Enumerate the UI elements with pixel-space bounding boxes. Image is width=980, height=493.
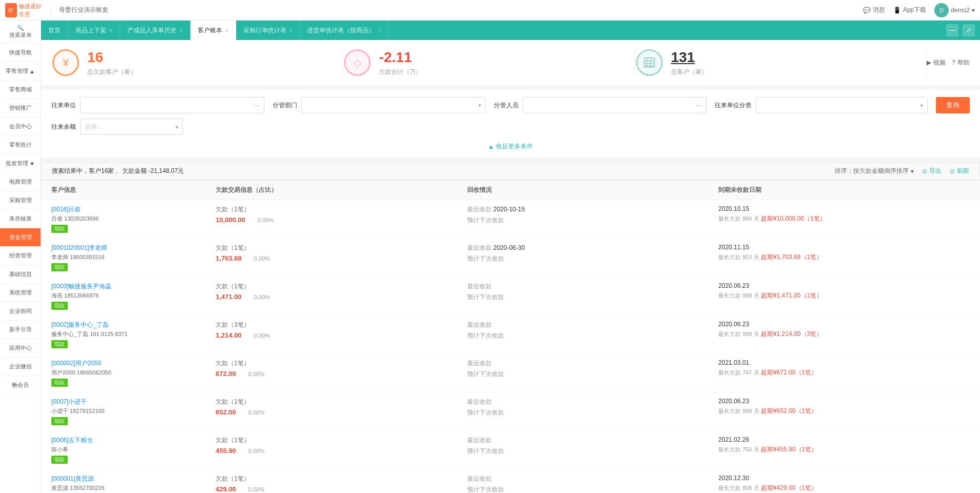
customer-name-3[interactable]: [0002]服务中心_丁磊 <box>51 321 109 328</box>
debt-cell-3: 欠款（3笔） 1,214.00 0.00% <box>216 321 467 339</box>
system-name: 母婴行业演示账套 <box>59 6 108 14</box>
customer-name-6[interactable]: [0006]去下粮仓 <box>51 437 93 444</box>
avatar: D <box>934 3 949 17</box>
overdue-text-6[interactable]: 超期¥455.90（1笔） <box>761 446 817 453</box>
recent-label-5: 最近收款 <box>467 398 492 405</box>
tab-customer-account[interactable]: 客户账本 × <box>190 21 236 40</box>
stat-debt-amount-icon: ◇ <box>343 48 372 77</box>
app-download-btn[interactable]: 📱 App下载 <box>893 6 926 14</box>
tab-home[interactable]: 首页 <box>41 21 68 40</box>
filter-unit-category-select[interactable]: ▾ <box>756 97 928 113</box>
sidebar-item-inventory[interactable]: 库存核算 <box>0 210 41 228</box>
sidebar-item-newbie[interactable]: 新手引导 <box>0 321 41 339</box>
next-label-5: 预计下次收款 <box>467 408 719 417</box>
sidebar-item-system-mgmt[interactable]: 系统管理 <box>0 284 41 302</box>
sidebar-item-business-mgmt[interactable]: 经营管理 <box>0 247 41 265</box>
sidebar-item-ecommerce[interactable]: 电商管理 <box>0 173 41 191</box>
customer-tag-2: 现款 <box>51 302 68 310</box>
tab-product-off-close[interactable]: × <box>109 28 112 33</box>
sidebar-item-batch-mgmt[interactable]: 批发管理 ▼ <box>0 154 41 173</box>
repay-cell-3: 最近收款 预计下次收款 <box>467 321 719 340</box>
stat-debt-amount-value: -2.11 <box>379 49 422 66</box>
overdue-text-0[interactable]: 超期¥10,000.00（1笔） <box>761 215 826 222</box>
filter-person-input[interactable]: ··· <box>523 97 707 113</box>
tab-product-off[interactable]: 商品上下架 × <box>68 21 120 40</box>
tab-purchase-stat[interactable]: 进货单统计表（按商品） × <box>300 21 389 40</box>
customer-cell-5: [0007]小进千 小进千 18279152100 现款 <box>51 398 216 425</box>
stat-bar-actions: ▶ 视频 ? 帮助 <box>927 48 970 77</box>
next-label-1: 预计下次收款 <box>467 254 719 263</box>
sidebar-item-marketing[interactable]: 营销推广 <box>0 99 41 117</box>
export-btn[interactable]: ⊙ 导出 <box>922 167 941 175</box>
sidebar-item-retail-stats[interactable]: 零售统计 <box>0 136 41 154</box>
customer-name-1[interactable]: [0001020001]李老师 <box>51 244 107 251</box>
tab-purchase-order[interactable]: 采购订单统计表 × <box>236 21 300 40</box>
sidebar-item-retail-mall[interactable]: 零售商城 <box>0 81 41 99</box>
overdue-text-1[interactable]: 超期¥1,703.68（1笔） <box>761 253 822 261</box>
tabs-maximize-btn[interactable]: ⤢ <box>963 24 975 36</box>
sidebar-item-enterprise[interactable]: 企业协同 <box>0 302 41 321</box>
stat-total-customers-icon <box>635 48 664 77</box>
tab-customer-account-close[interactable]: × <box>225 28 228 33</box>
unit-category-dropdown-icon: ▾ <box>920 103 923 108</box>
filter-source-unit: 往来单位 ··· <box>51 97 264 113</box>
debt-amount-2: 1,471.00 <box>216 293 242 301</box>
sidebar-item-enterprise-wechat[interactable]: 企业微信 <box>0 358 41 376</box>
tab-production-history[interactable]: 产成品入库单历史 × <box>120 21 190 40</box>
customer-name-4[interactable]: [000002]用户2050 <box>51 360 101 367</box>
overdue-days-4: 最长欠款 747 天 <box>718 369 759 376</box>
customer-name-5[interactable]: [0007]小进千 <box>51 398 87 405</box>
help-btn[interactable]: ? 帮助 <box>952 58 970 67</box>
sort-select[interactable]: 排序：按欠款金额倒序排序 ▾ <box>835 167 914 175</box>
overdue-text-5[interactable]: 超期¥652.00（1笔） <box>761 407 817 415</box>
filter-source-unit-input[interactable]: ··· <box>80 97 264 113</box>
table-row: [000001]黄思源 黄思源 13552700226 现款 欠款（1笔） 42… <box>41 469 980 493</box>
overdue-text-2[interactable]: 超期¥1,471.00（1笔） <box>761 292 822 299</box>
recent-label-7: 最近收款 <box>467 475 492 482</box>
customer-tag-5: 现款 <box>51 417 68 425</box>
overdue-days-5: 最长欠款 998 天 <box>718 408 759 414</box>
tabs-minimize-btn[interactable]: — <box>946 24 958 36</box>
tab-production-history-close[interactable]: × <box>180 28 183 33</box>
sidebar-item-search-menu[interactable]: 🔍 搜索菜单 <box>0 21 41 44</box>
sidebar-item-app-center[interactable]: 应用中心 <box>0 339 41 358</box>
stat-debt-amount-circle: ◇ <box>344 49 371 76</box>
search-button[interactable]: 查询 <box>936 97 970 113</box>
debt-amount-7: 429.00 <box>216 485 236 493</box>
sidebar-item-basic-info[interactable]: 基础信息 <box>0 265 41 284</box>
filter-dept-label: 分管部门 <box>273 101 297 110</box>
due-date-1: 2020.11.15 <box>718 244 970 251</box>
tab-purchase-order-close[interactable]: × <box>290 28 293 33</box>
refresh-icon: ⊙ <box>950 168 955 175</box>
next-label-4: 预计下次收款 <box>467 370 719 379</box>
sidebar-item-purchase-mgmt[interactable]: 采购管理 <box>0 191 41 210</box>
view-video-btn[interactable]: ▶ 视频 <box>927 58 946 67</box>
tabs-bar: 首页 商品上下架 × 产成品入库单历史 × 客户账本 × 采购订单统计表 × <box>41 21 980 40</box>
customer-name-0[interactable]: [0016]吕俊 <box>51 206 81 213</box>
retail-mgmt-arrow: ▲ <box>29 68 35 74</box>
collapse-btn[interactable]: ▲ 收起更多条件 <box>51 140 970 153</box>
filter-dept-select[interactable]: ▾ <box>301 97 486 113</box>
stat-total-customers: 131 总客户（家） <box>635 48 927 77</box>
customer-name-7[interactable]: [000001]黄思源 <box>51 475 94 482</box>
sidebar-item-member-center[interactable]: 会员中心 <box>0 117 41 136</box>
sidebar-item-vip-member[interactable]: 畅会员 <box>0 376 41 395</box>
filter-balance-select[interactable]: 选择... ▾ <box>80 119 183 135</box>
debt-percent-4: 0.00% <box>248 371 264 377</box>
next-label-0: 预计下次收款 <box>467 216 719 225</box>
refresh-btn[interactable]: ⊙ 刷新 <box>950 167 969 175</box>
help-icon: ? <box>952 59 955 66</box>
refresh-label: 刷新 <box>957 167 969 175</box>
sidebar-item-retail-mgmt[interactable]: 零售管理 ▲ <box>0 62 41 81</box>
filter-row-1: 往来单位 ··· 分管部门 ▾ <box>51 97 970 113</box>
overdue-text-7[interactable]: 超期¥429.00（1笔） <box>761 484 817 491</box>
tab-purchase-stat-close[interactable]: × <box>378 28 381 33</box>
overdue-days-3: 最长欠款 998 天 <box>718 331 759 337</box>
user-menu[interactable]: D demo2 ▾ <box>934 3 975 17</box>
sidebar-item-finance[interactable]: 资金管理 <box>0 228 41 247</box>
overdue-text-3[interactable]: 超期¥1,214.00（3笔） <box>761 330 822 338</box>
message-btn[interactable]: 💬 消息 <box>863 6 885 14</box>
sidebar-item-quick-nav[interactable]: 快捷导航 <box>0 44 41 62</box>
customer-name-2[interactable]: [0003]畅捷服务尹海蕊 <box>51 283 111 290</box>
overdue-text-4[interactable]: 超期¥672.00（1笔） <box>761 369 817 376</box>
